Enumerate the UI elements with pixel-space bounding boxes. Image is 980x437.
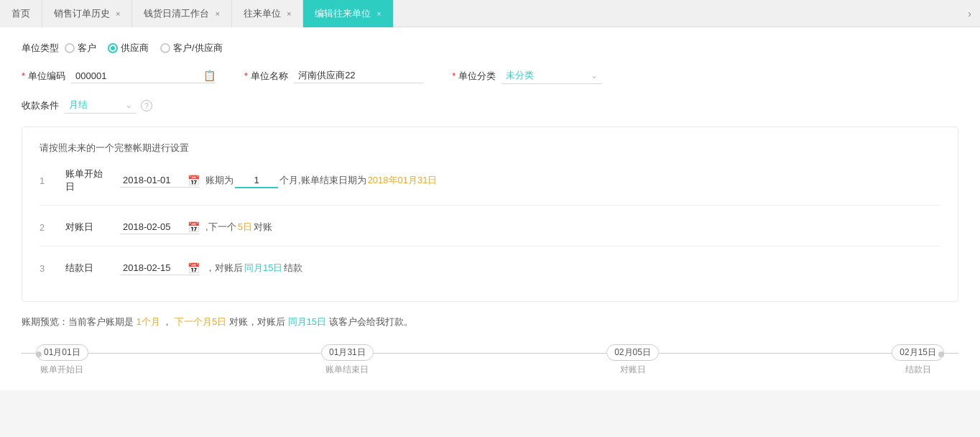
period-num-3: 3 xyxy=(40,263,54,274)
timeline-end-dot xyxy=(938,351,944,357)
period-suffix-2: ,下一个 5日 对账 xyxy=(205,221,272,234)
section-title: 请按照未来的一个完整帐期进行设置 xyxy=(40,142,940,155)
preview-section: 账期预览：当前客户账期是 1个月 ， 下一个月5日 对账，对账后 同月15日 该… xyxy=(22,313,958,330)
radio-customer-supplier-circle xyxy=(160,43,170,53)
period-reconcile-highlight: 5日 xyxy=(238,221,252,234)
payment-terms-value: 月结 xyxy=(69,98,122,111)
timeline-point-2: 01月31日 账单结束日 xyxy=(321,344,374,376)
unit-category-group: * 单位分类 未分类 ⌄ xyxy=(452,68,602,84)
payment-terms-help-icon[interactable]: ? xyxy=(141,100,152,111)
radio-customer-supplier[interactable]: 客户/供应商 xyxy=(160,42,223,55)
unit-code-input-wrapper: 📋 xyxy=(71,69,216,83)
tab-cash-workbench[interactable]: 钱货日清工作台 × xyxy=(132,0,231,27)
period-date-field-1[interactable] xyxy=(120,173,185,187)
period-month-input[interactable] xyxy=(235,173,278,188)
timeline-label-4: 结款日 xyxy=(905,364,931,376)
payment-terms-select[interactable]: 月结 ⌄ xyxy=(65,97,137,114)
timeline-badge-1: 01月01日 xyxy=(36,344,88,361)
timeline-start-dot xyxy=(36,351,42,357)
payment-terms-row: 收款条件 月结 ⌄ ? xyxy=(22,97,958,114)
unit-type-radio-group: 客户 供应商 客户/供应商 xyxy=(65,42,223,55)
period-num-2: 2 xyxy=(40,222,54,233)
period-end-date-highlight: 2018年01月31日 xyxy=(368,174,438,187)
preview-part1: 1个月 xyxy=(137,316,160,327)
tab-sales-history-close[interactable]: × xyxy=(116,9,120,18)
radio-customer[interactable]: 客户 xyxy=(65,42,96,55)
period-date-field-3[interactable] xyxy=(120,261,185,275)
preview-part3: 同月15日 xyxy=(288,316,326,327)
unit-code-label: 单位编码 xyxy=(28,70,65,83)
unit-category-label: 单位分类 xyxy=(458,70,496,83)
tab-home[interactable]: 首页 xyxy=(0,0,42,27)
period-suffix-1: 账期为 个月,账单结束日期为 2018年01月31日 xyxy=(205,173,437,188)
unit-code-input[interactable] xyxy=(71,69,200,83)
period-row-2: 2 对账日 📅 ,下一个 5日 对账 xyxy=(40,220,940,247)
timeline-label-3: 对账日 xyxy=(620,364,646,376)
tab-partner-units-close[interactable]: × xyxy=(287,9,291,18)
unit-category-value: 未分类 xyxy=(506,69,588,82)
unit-code-copy-icon[interactable]: 📋 xyxy=(203,70,216,81)
period-field-label-1: 账单开始日 xyxy=(65,167,108,193)
tab-edit-partner[interactable]: 编辑往来单位 × xyxy=(303,0,393,27)
radio-customer-circle xyxy=(65,43,75,53)
period-rows: 1 账单开始日 📅 账期为 个月,账单结束日期为 2018年01月31日 2 对… xyxy=(40,167,940,287)
period-payment-highlight: 同月15日 xyxy=(244,262,282,275)
tab-partner-units[interactable]: 往来单位 × xyxy=(232,0,303,27)
unit-category-arrow: ⌄ xyxy=(591,70,598,80)
unit-code-group: * 单位编码 📋 xyxy=(22,69,216,83)
tab-more-arrow[interactable]: › xyxy=(959,8,980,19)
period-date-input-1: 📅 xyxy=(120,173,200,188)
timeline-label-1: 账单开始日 xyxy=(40,364,83,376)
timeline-point-4: 02月15日 结款日 xyxy=(892,344,944,376)
period-row-3: 3 结款日 📅 ，对账后 同月15日 结款 xyxy=(40,261,940,287)
period-cal-icon-1[interactable]: 📅 xyxy=(188,175,200,186)
tab-cash-workbench-close[interactable]: × xyxy=(215,9,219,18)
timeline-badge-2: 01月31日 xyxy=(321,344,374,361)
unit-info-row: * 单位编码 📋 * 单位名称 * 单位分类 未分类 ⌄ xyxy=(22,68,958,84)
tab-edit-partner-close[interactable]: × xyxy=(376,9,381,18)
timeline-badge-3: 02月05日 xyxy=(606,344,659,361)
timeline-point-1: 01月01日 账单开始日 xyxy=(36,344,88,376)
period-row-1: 1 账单开始日 📅 账期为 个月,账单结束日期为 2018年01月31日 xyxy=(40,167,940,206)
period-date-input-2: 📅 xyxy=(120,220,200,234)
period-cal-icon-3[interactable]: 📅 xyxy=(188,262,200,274)
period-cal-icon-2[interactable]: 📅 xyxy=(188,221,200,233)
unit-type-row: 单位类型 客户 供应商 客户/供应商 xyxy=(22,42,958,55)
unit-name-label: 单位名称 xyxy=(251,70,288,83)
payment-terms-label: 收款条件 xyxy=(22,99,59,112)
main-content: 单位类型 客户 供应商 客户/供应商 * 单位编码 📋 xyxy=(0,27,980,390)
tab-bar: 首页 销售订单历史 × 钱货日清工作台 × 往来单位 × 编辑往来单位 × › xyxy=(0,0,980,27)
unit-name-group: * 单位名称 xyxy=(244,69,423,83)
period-date-field-2[interactable] xyxy=(120,220,185,234)
period-date-input-3: 📅 xyxy=(120,261,200,275)
timeline-points: 01月01日 账单开始日 01月31日 账单结束日 02月05日 对账日 02月… xyxy=(36,344,944,376)
radio-supplier-circle xyxy=(108,43,118,53)
period-field-label-2: 对账日 xyxy=(65,221,108,234)
preview-part2: 下一个月5日 xyxy=(175,316,226,327)
radio-supplier[interactable]: 供应商 xyxy=(108,42,149,55)
timeline-point-3: 02月05日 对账日 xyxy=(606,344,659,376)
unit-category-select[interactable]: 未分类 ⌄ xyxy=(501,68,602,84)
period-num-1: 1 xyxy=(40,175,54,186)
payment-terms-arrow: ⌄ xyxy=(125,100,132,110)
period-settings-section: 请按照未来的一个完整帐期进行设置 1 账单开始日 📅 账期为 个月,账单结束日期… xyxy=(22,126,958,302)
period-field-label-3: 结款日 xyxy=(65,262,108,275)
unit-type-label: 单位类型 xyxy=(22,42,59,55)
timeline-label-2: 账单结束日 xyxy=(325,364,369,376)
unit-name-input[interactable] xyxy=(294,69,423,83)
period-suffix-3: ，对账后 同月15日 结款 xyxy=(205,262,302,275)
tab-sales-history[interactable]: 销售订单历史 × xyxy=(42,0,132,27)
timeline: 01月01日 账单开始日 01月31日 账单结束日 02月05日 对账日 02月… xyxy=(22,344,958,376)
timeline-badge-4: 02月15日 xyxy=(892,344,944,361)
